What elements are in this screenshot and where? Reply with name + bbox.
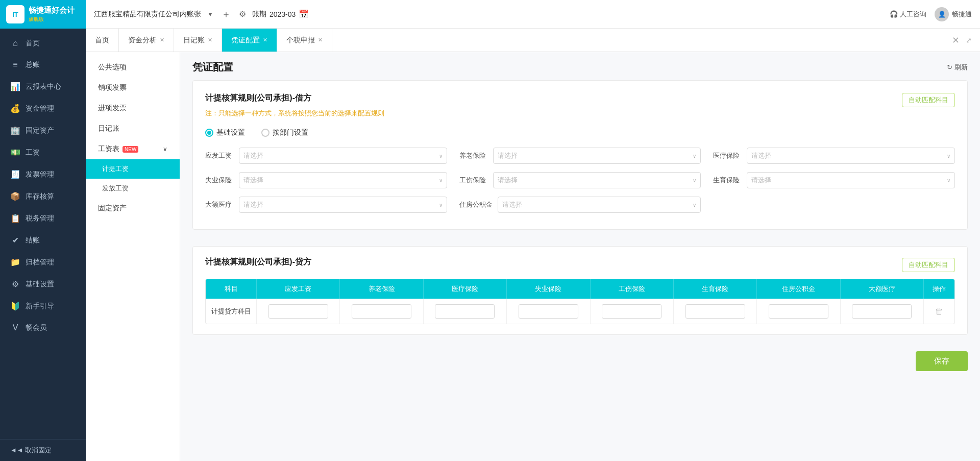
- select-gsbx[interactable]: 请选择 ∨: [493, 172, 701, 188]
- add-company-button[interactable]: ＋: [222, 8, 231, 20]
- input-sybx2[interactable]: [685, 304, 745, 319]
- service-button[interactable]: 🎧 人工咨询: [890, 10, 926, 19]
- sidebar-item-label: 基础设置: [26, 280, 54, 289]
- diary-label: 日记账: [98, 124, 119, 133]
- sidebar-item-ledger[interactable]: ≡ 总账: [0, 54, 86, 76]
- inventory-icon: 📦: [10, 191, 20, 201]
- input-ylbx2[interactable]: [435, 304, 495, 319]
- radio-basic[interactable]: 基础设置: [205, 128, 245, 137]
- sidebar-item-label: 云报表中心: [26, 82, 61, 91]
- delete-row-icon[interactable]: 🗑: [935, 307, 943, 316]
- th-zfgjj: 住房公积金: [757, 279, 840, 299]
- td-subject: 计提贷方科目: [206, 299, 257, 324]
- sidebar-item-home[interactable]: ⌂ 首页: [0, 33, 86, 54]
- radio-basic-label: 基础设置: [216, 128, 245, 137]
- td-action[interactable]: 🗑: [924, 299, 954, 324]
- sidebar-item-label: 首页: [26, 39, 40, 48]
- fixed-asset-label: 固定资产: [98, 204, 127, 213]
- tab-voucher[interactable]: 凭证配置 ✕: [222, 29, 277, 52]
- sidebar-item-invoice[interactable]: 🧾 发票管理: [0, 163, 86, 185]
- tax-icon: 📋: [10, 213, 20, 223]
- sidebar-item-archive[interactable]: 📁 归档管理: [0, 251, 86, 273]
- radio-dept[interactable]: 按部门设置: [261, 128, 308, 137]
- select-ylbx2[interactable]: 请选择 ∨: [747, 148, 955, 164]
- close-all-tabs-button[interactable]: ✕: [952, 35, 960, 46]
- sidebar-item-fund[interactable]: 💰 资金管理: [0, 98, 86, 119]
- input-ylbx[interactable]: [352, 304, 411, 319]
- refresh-button[interactable]: ↻ 刷新: [947, 63, 968, 72]
- left-panel-public[interactable]: 公共选项: [86, 57, 180, 78]
- input-yfgz[interactable]: [268, 304, 328, 319]
- fund-icon: 💰: [10, 104, 20, 113]
- label-sybx2: 生育保险: [713, 176, 742, 185]
- tab-tax[interactable]: 个税申报 ✕: [277, 29, 332, 52]
- th-yfgz: 应发工资: [257, 279, 340, 299]
- td-ylbx2[interactable]: [424, 299, 507, 324]
- tab-diary-close[interactable]: ✕: [208, 37, 212, 43]
- td-sybx[interactable]: [507, 299, 590, 324]
- tab-diary[interactable]: 日记账 ✕: [174, 29, 222, 52]
- label-dely: 大额医疗: [205, 200, 234, 209]
- company-dropdown-icon[interactable]: ▼: [207, 11, 213, 18]
- sidebar-item-guide[interactable]: 🔰 新手引导: [0, 295, 86, 317]
- save-button[interactable]: 保存: [916, 351, 968, 371]
- new-badge: NEW: [122, 146, 138, 153]
- input-gsbx[interactable]: [602, 304, 662, 319]
- left-panel-pay-salary[interactable]: 发放工资: [86, 179, 180, 198]
- sidebar-item-tax[interactable]: 📋 税务管理: [0, 207, 86, 229]
- page-header: 凭证配置 ↻ 刷新: [180, 52, 980, 80]
- unpin-button[interactable]: ◄◄ 取消固定: [0, 439, 86, 461]
- sidebar-item-reports[interactable]: 📊 云报表中心: [0, 76, 86, 98]
- debit-notice: 注：只能选择一种方式，系统将按照您当前的选择来配置规则: [205, 109, 384, 118]
- sidebar-item-salary[interactable]: 💵 工资: [0, 141, 86, 163]
- tab-fund-close[interactable]: ✕: [160, 37, 164, 43]
- sidebar-item-basic[interactable]: ⚙ 基础设置: [0, 273, 86, 295]
- td-ylbx[interactable]: [340, 299, 423, 324]
- sidebar-item-inventory[interactable]: 📦 库存核算: [0, 185, 86, 207]
- input-zfgjj[interactable]: [769, 304, 828, 319]
- sidebar-item-vip[interactable]: V 畅会员: [0, 317, 86, 338]
- select-sybx[interactable]: 请选择 ∨: [239, 172, 447, 188]
- th-sybx2: 生育保险: [674, 279, 757, 299]
- left-panel-sales[interactable]: 销项发票: [86, 78, 180, 98]
- td-sybx2[interactable]: [674, 299, 757, 324]
- tab-home[interactable]: 首页: [86, 29, 119, 52]
- left-panel-salary-table[interactable]: 工资表 NEW ∨: [86, 139, 180, 159]
- input-sybx[interactable]: [519, 304, 578, 319]
- td-gsbx[interactable]: [591, 299, 674, 324]
- left-panel-calc-salary[interactable]: 计提工资: [86, 159, 180, 179]
- sidebar-item-settlement[interactable]: ✔ 结账: [0, 229, 86, 251]
- label-ylbx2: 医疗保险: [713, 151, 742, 160]
- tab-tax-close[interactable]: ✕: [318, 37, 323, 43]
- td-zfgjj[interactable]: [757, 299, 840, 324]
- user-menu[interactable]: 👤 畅捷通: [935, 7, 972, 21]
- sidebar-item-asset[interactable]: 🏢 固定资产: [0, 119, 86, 141]
- input-dely[interactable]: [852, 304, 912, 319]
- select-zfgjj[interactable]: 请选择 ∨: [498, 197, 701, 213]
- th-gsbx: 工伤保险: [591, 279, 674, 299]
- select-ylbx[interactable]: 请选择 ∨: [493, 148, 701, 164]
- select-dely[interactable]: 请选择 ∨: [239, 197, 447, 213]
- calendar-icon[interactable]: 📅: [299, 9, 309, 19]
- period-selector: 账期 2023-03 📅: [252, 9, 309, 19]
- tab-fund[interactable]: 资金分析 ✕: [119, 29, 174, 52]
- debit-auto-match-button[interactable]: 自动匹配科目: [902, 93, 955, 107]
- left-panel-diary[interactable]: 日记账: [86, 118, 180, 139]
- radio-basic-circle: [205, 129, 213, 137]
- select-yfgz[interactable]: 请选择 ∨: [239, 148, 447, 164]
- chevron-down-icon: ∨: [439, 202, 443, 208]
- tab-voucher-close[interactable]: ✕: [263, 37, 267, 43]
- left-panel-fixed-asset[interactable]: 固定资产: [86, 198, 180, 219]
- sidebar-item-label: 工资: [26, 148, 40, 157]
- credit-auto-match-button[interactable]: 自动匹配科目: [902, 258, 955, 272]
- settings-icon[interactable]: ⚙: [239, 9, 246, 19]
- left-panel-purchase[interactable]: 进项发票: [86, 98, 180, 118]
- select-sybx-placeholder: 请选择: [243, 176, 263, 185]
- ledger-icon: ≡: [10, 60, 20, 69]
- select-gsbx-placeholder: 请选择: [498, 176, 518, 185]
- td-yfgz[interactable]: [257, 299, 340, 324]
- td-dely[interactable]: [841, 299, 924, 324]
- expand-button[interactable]: ⤢: [966, 36, 972, 44]
- select-sybx2[interactable]: 请选择 ∨: [747, 172, 955, 188]
- user-name: 畅捷通: [952, 10, 972, 19]
